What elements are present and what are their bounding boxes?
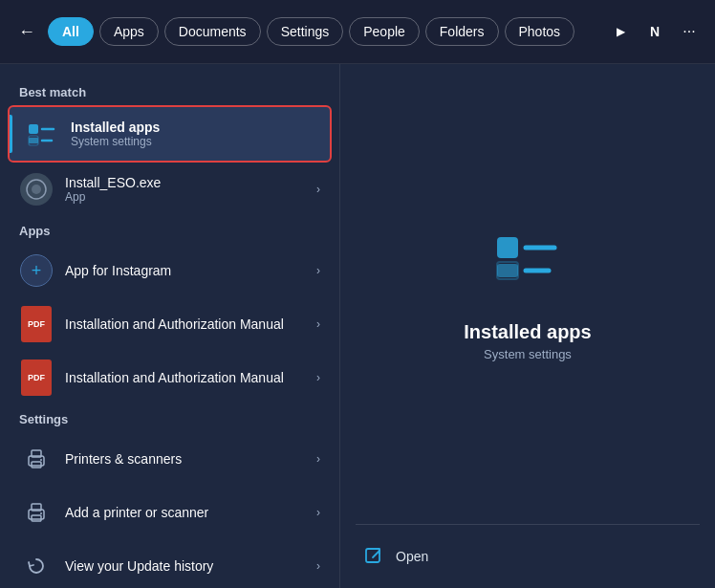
add-printer-text: Add a printer or scanner (65, 505, 208, 520)
tab-apps[interactable]: Apps (99, 17, 159, 46)
svg-rect-15 (497, 237, 518, 258)
best-match-item[interactable]: Installed apps System settings (8, 105, 332, 163)
instagram-chevron: › (316, 264, 320, 277)
more-button[interactable]: ··· (675, 17, 704, 46)
detail-subtitle: System settings (484, 347, 572, 361)
best-match-title: Installed apps (71, 120, 160, 135)
printers-item[interactable]: Printers & scanners › (4, 432, 336, 486)
install-manual-2-chevron: › (316, 371, 320, 384)
add-printer-item[interactable]: Add a printer or scanner › (4, 486, 336, 539)
svg-point-10 (40, 459, 42, 461)
detail-actions: Open (340, 525, 715, 588)
add-printer-chevron: › (316, 506, 320, 519)
more-icon: ··· (682, 23, 695, 40)
open-action[interactable]: Open (359, 538, 696, 575)
printers-title: Printers & scanners (65, 451, 182, 467)
install-eso-item[interactable]: Install_ESO.exe App › (4, 163, 336, 216)
tab-people[interactable]: People (349, 17, 420, 46)
install-eso-text: Install_ESO.exe App (65, 175, 161, 204)
left-panel: Best match Installed apps System setting… (0, 64, 339, 588)
detail-title: Installed apps (464, 321, 591, 343)
install-manual-2-icon: PDF (19, 360, 54, 395)
instagram-title: App for Instagram (65, 263, 171, 278)
tab-all[interactable]: All (48, 17, 94, 46)
play-icon: ▶ (617, 25, 625, 38)
detail-installed-apps-icon (489, 228, 566, 304)
best-match-text: Installed apps System settings (71, 120, 160, 148)
best-match-subtitle: System settings (71, 135, 160, 148)
svg-point-14 (40, 512, 42, 514)
printers-chevron: › (316, 452, 320, 466)
install-manual-1-chevron: › (316, 317, 320, 331)
open-icon (363, 546, 384, 567)
svg-point-6 (32, 185, 41, 194)
install-eso-subtitle: App (65, 190, 161, 204)
svg-rect-0 (29, 124, 38, 134)
install-eso-icon (19, 172, 54, 207)
open-label: Open (396, 549, 428, 564)
installed-apps-icon (25, 117, 59, 151)
back-button[interactable]: ← (11, 16, 42, 47)
svg-rect-1 (29, 138, 38, 143)
install-manual-1-title: Installation and Authorization Manual (65, 316, 284, 332)
right-panel: Installed apps System settings Open (339, 64, 715, 588)
tab-settings[interactable]: Settings (267, 17, 344, 46)
instagram-app-item[interactable]: + App for Instagram › (4, 244, 336, 297)
install-manual-2-text: Installation and Authorization Manual (65, 370, 284, 385)
n-button[interactable]: N (640, 17, 669, 46)
settings-section-label: Settings (0, 404, 339, 432)
update-history-icon (19, 549, 54, 583)
add-printer-icon (19, 495, 54, 530)
install-manual-1-item[interactable]: PDF Installation and Authorization Manua… (4, 297, 336, 351)
install-manual-1-icon: PDF (19, 307, 54, 341)
tab-photos[interactable]: Photos (505, 17, 575, 46)
apps-section-label: Apps (0, 216, 339, 244)
svg-rect-20 (366, 549, 379, 562)
instagram-icon: + (19, 253, 54, 288)
tab-folders[interactable]: Folders (425, 17, 499, 46)
n-label: N (650, 24, 660, 39)
update-history-item[interactable]: View your Update history › (4, 539, 336, 588)
svg-rect-16 (497, 264, 518, 277)
update-history-title: View your Update history (65, 558, 213, 574)
install-eso-title: Install_ESO.exe (65, 175, 161, 190)
install-manual-2-item[interactable]: PDF Installation and Authorization Manua… (4, 351, 336, 404)
update-history-text: View your Update history (65, 558, 213, 574)
svg-rect-9 (32, 462, 41, 468)
tab-documents[interactable]: Documents (164, 17, 261, 46)
update-history-chevron: › (316, 559, 320, 573)
printer-icon (19, 442, 54, 476)
detail-top: Installed apps System settings (340, 64, 715, 524)
play-button[interactable]: ▶ (606, 17, 635, 46)
install-manual-1-text: Installation and Authorization Manual (65, 316, 284, 332)
install-manual-2-title: Installation and Authorization Manual (65, 370, 284, 385)
top-nav: ← All Apps Documents Settings People Fol… (0, 0, 715, 64)
main-layout: Best match Installed apps System setting… (0, 64, 715, 588)
svg-rect-13 (32, 515, 41, 521)
printers-text: Printers & scanners (65, 451, 182, 467)
add-printer-title: Add a printer or scanner (65, 505, 208, 520)
best-match-label: Best match (0, 77, 339, 105)
instagram-text: App for Instagram (65, 263, 171, 278)
detail-icon-area (489, 228, 566, 304)
install-eso-chevron: › (316, 183, 320, 196)
